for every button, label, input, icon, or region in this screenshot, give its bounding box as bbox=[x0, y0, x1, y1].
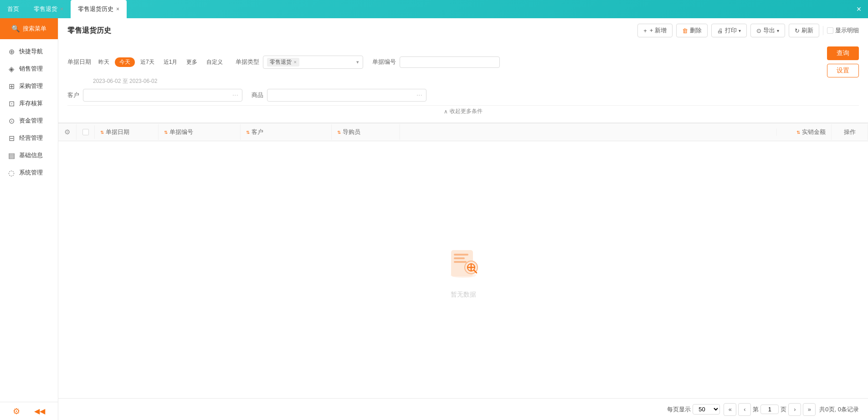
prev-page-button[interactable]: ‹ bbox=[738, 403, 751, 416]
date-filter-label: 单据日期 bbox=[67, 58, 91, 66]
sidebar-item-basic-info[interactable]: ▤ 基础信息 bbox=[0, 147, 58, 164]
customer-input[interactable]: ··· bbox=[83, 89, 242, 102]
select-all-checkbox[interactable] bbox=[82, 129, 89, 135]
sidebar-item-purchase[interactable]: ⊞ 采购管理 bbox=[0, 77, 58, 95]
bill-no-filter: 单据编号 bbox=[372, 56, 500, 68]
tab-retail-return[interactable]: 零售退货 × bbox=[26, 0, 71, 18]
page-size-select[interactable]: 50 10 20 100 bbox=[693, 404, 720, 415]
date-shortcut-yesterday[interactable]: 昨天 bbox=[95, 57, 113, 67]
page-label-suffix: 页 bbox=[781, 405, 786, 414]
sidebar-item-inventory[interactable]: ⊡ 库存核算 bbox=[0, 95, 58, 112]
window-close-button[interactable]: × bbox=[850, 0, 868, 18]
last-page-button[interactable]: » bbox=[803, 403, 816, 416]
page-number-input[interactable] bbox=[760, 405, 779, 414]
sidebar-item-label: 经营管理 bbox=[19, 134, 43, 142]
filter-row-2: 客户 ··· 商品 ··· bbox=[67, 85, 859, 105]
th-settings[interactable]: ⚙ bbox=[58, 124, 77, 140]
first-page-button[interactable]: « bbox=[724, 403, 736, 416]
next-page-button[interactable]: › bbox=[788, 403, 801, 416]
tab-retail-return-history-close[interactable]: × bbox=[116, 6, 119, 12]
tab-retail-return-history[interactable]: 零售退货历史 × bbox=[71, 0, 127, 18]
customer-label: 客户 bbox=[67, 91, 79, 99]
print-button[interactable]: 🖨 打印 ▾ bbox=[711, 24, 747, 37]
purchase-icon: ⊞ bbox=[7, 82, 15, 90]
th-customer[interactable]: ⇅ 客户 bbox=[241, 124, 332, 140]
total-info: 共0页, 0条记录 bbox=[819, 405, 859, 414]
query-buttons: 查询 设置 bbox=[827, 46, 859, 77]
collapse-button[interactable]: ∧ 收起更多条件 bbox=[67, 105, 859, 117]
bill-type-label: 单据类型 bbox=[236, 58, 259, 66]
delete-button[interactable]: 🗑 删除 bbox=[676, 24, 708, 37]
th-bill-no[interactable]: ⇅ 单据编号 bbox=[159, 124, 241, 140]
quick-nav-icon: ⊕ bbox=[7, 47, 15, 56]
main-layout: 🔍 搜索菜单 ⊕ 快捷导航 ◈ 销售管理 ⊞ 采购管理 ⊡ 库存核算 ⊙ 资金管 bbox=[0, 18, 868, 420]
display-detail-checkbox[interactable] bbox=[827, 27, 833, 34]
tab-retail-return-close[interactable]: × bbox=[60, 6, 63, 12]
date-shortcuts: 昨天 今天 近7天 近1月 更多 自定义 bbox=[95, 57, 226, 67]
content-area: 零售退货历史 + + 新增 🗑 删除 🖨 打印 ▾ bbox=[58, 18, 868, 420]
bill-type-select[interactable]: 零售退货 × ▾ bbox=[263, 56, 363, 69]
sidebar-item-finance[interactable]: ⊙ 资金管理 bbox=[0, 112, 58, 129]
svg-rect-2 bbox=[454, 254, 468, 256]
th-bill-no-sort-icon: ⇅ bbox=[164, 130, 168, 135]
tab-home[interactable]: 首页 bbox=[0, 0, 26, 18]
date-shortcut-more[interactable]: 更多 bbox=[183, 57, 201, 67]
goods-input[interactable]: ··· bbox=[267, 89, 426, 102]
bill-no-label: 单据编号 bbox=[372, 58, 396, 66]
sidebar-item-quick-nav[interactable]: ⊕ 快捷导航 bbox=[0, 43, 58, 60]
refresh-button[interactable]: ↻ 刷新 bbox=[789, 24, 819, 37]
query-button[interactable]: 查询 bbox=[827, 46, 859, 60]
th-amount[interactable]: ⇅ 实销金额 bbox=[777, 124, 832, 140]
export-button[interactable]: ⊙ 导出 ▾ bbox=[750, 24, 785, 37]
sidebar-item-label: 销售管理 bbox=[19, 65, 43, 73]
th-checkbox[interactable] bbox=[77, 125, 95, 139]
inventory-icon: ⊡ bbox=[7, 99, 15, 108]
date-shortcut-custom[interactable]: 自定义 bbox=[203, 57, 226, 67]
operations-icon: ⊟ bbox=[7, 134, 15, 142]
bill-type-tag-close[interactable]: × bbox=[293, 59, 296, 65]
goods-dots-icon: ··· bbox=[416, 91, 422, 99]
th-guide-sort-icon: ⇅ bbox=[337, 130, 341, 135]
sidebar-item-sales[interactable]: ◈ 销售管理 bbox=[0, 60, 58, 77]
setting-button[interactable]: 设置 bbox=[827, 64, 859, 77]
sidebar-search-label: 搜索菜单 bbox=[23, 25, 46, 33]
page-size-selector: 每页显示 50 10 20 100 bbox=[667, 404, 720, 415]
delete-icon: 🗑 bbox=[682, 27, 688, 34]
sidebar-item-operations[interactable]: ⊟ 经营管理 bbox=[0, 129, 58, 147]
page-title-row: 零售退货历史 + + 新增 🗑 删除 🖨 打印 ▾ bbox=[67, 24, 859, 37]
print-chevron-icon: ▾ bbox=[739, 28, 741, 33]
sidebar-search-button[interactable]: 🔍 搜索菜单 bbox=[0, 18, 58, 39]
th-bill-no-label: 单据编号 bbox=[169, 128, 193, 136]
display-detail-toggle[interactable]: 显示明细 bbox=[827, 26, 859, 35]
sidebar: 🔍 搜索菜单 ⊕ 快捷导航 ◈ 销售管理 ⊞ 采购管理 ⊡ 库存核算 ⊙ 资金管 bbox=[0, 18, 58, 420]
table-container: ⚙ ⇅ 单据日期 ⇅ 单据编号 ⇅ 客户 ⇅ bbox=[58, 123, 868, 398]
empty-icon bbox=[443, 241, 484, 283]
bill-type-chevron-icon: ▾ bbox=[356, 59, 359, 65]
sidebar-item-label: 快捷导航 bbox=[19, 47, 43, 56]
sidebar-item-system[interactable]: ◌ 系统管理 bbox=[0, 164, 58, 181]
page-nav: « ‹ 第 页 › » bbox=[724, 403, 816, 416]
filter-area: 单据日期 昨天 今天 近7天 近1月 更多 自定义 单据类型 bbox=[67, 43, 859, 123]
sidebar-sound-icon[interactable]: ◀◀ bbox=[34, 407, 45, 415]
settings-gear-icon: ⚙ bbox=[64, 128, 70, 136]
goods-filter: 商品 ··· bbox=[252, 89, 426, 102]
sidebar-item-label: 采购管理 bbox=[19, 82, 43, 90]
svg-rect-4 bbox=[454, 261, 467, 263]
date-shortcut-7days[interactable]: 近7天 bbox=[137, 57, 158, 67]
top-bar: 首页 零售退货 × 零售退货历史 × × bbox=[0, 0, 868, 18]
tab-retail-return-history-label: 零售退货历史 bbox=[78, 5, 113, 13]
sidebar-settings-icon[interactable]: ⚙ bbox=[13, 406, 20, 416]
date-shortcut-today[interactable]: 今天 bbox=[115, 57, 135, 67]
date-shortcut-1month[interactable]: 近1月 bbox=[160, 57, 181, 67]
add-button[interactable]: + + 新增 bbox=[637, 24, 673, 37]
th-bill-date-label: 单据日期 bbox=[106, 128, 129, 136]
sidebar-nav: ⊕ 快捷导航 ◈ 销售管理 ⊞ 采购管理 ⊡ 库存核算 ⊙ 资金管理 ⊟ 经营管… bbox=[0, 39, 58, 402]
th-bill-date[interactable]: ⇅ 单据日期 bbox=[95, 124, 159, 140]
th-guide[interactable]: ⇅ 导购员 bbox=[332, 124, 400, 140]
print-icon: 🖨 bbox=[717, 27, 723, 34]
system-icon: ◌ bbox=[7, 169, 15, 177]
bill-no-input[interactable] bbox=[400, 56, 500, 68]
bill-type-filter: 单据类型 零售退货 × ▾ bbox=[236, 56, 363, 69]
refresh-icon: ↻ bbox=[795, 27, 800, 34]
th-fill bbox=[400, 128, 777, 136]
